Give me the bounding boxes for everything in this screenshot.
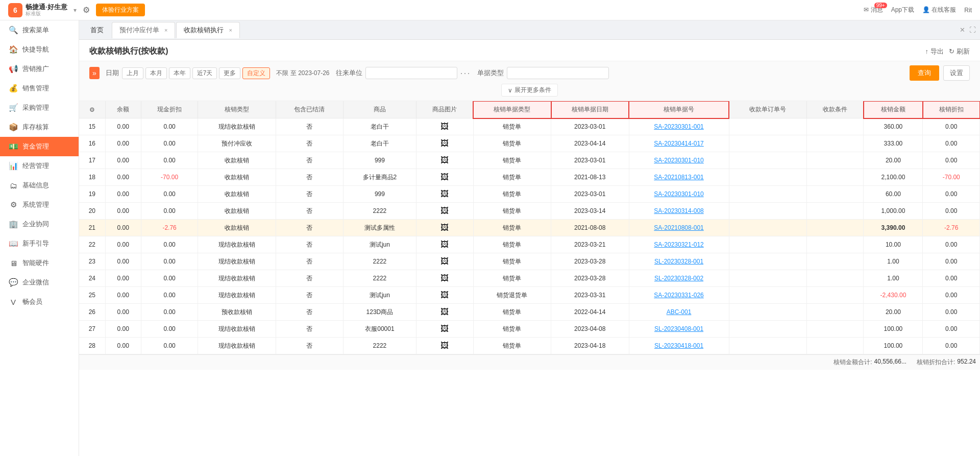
cell-billNo[interactable]: SA-20230414-017 [629, 135, 729, 152]
sidebar-item-purchase[interactable]: 🛒 采购管理 [0, 98, 79, 117]
counterpart-dots[interactable]: ··· [460, 68, 471, 79]
tab-prepay[interactable]: 预付冲应付单 × [112, 22, 175, 38]
expand-left-btn[interactable]: » [89, 67, 100, 79]
date-range-text: 不限 至 2023-07-26 [276, 69, 329, 78]
export-button[interactable]: ↑ 导出 [925, 47, 944, 56]
date-btn-custom[interactable]: 自定义 [242, 67, 270, 79]
cell-verType: 现结收款核销 [198, 236, 276, 253]
top-bar-right: ✉ 消息 99+ App下载 👤 在线客服 Rit [864, 6, 972, 14]
cell-billNo[interactable]: SL-20230418-001 [629, 338, 729, 354]
cell-billNo[interactable]: SA-20210813-001 [629, 169, 729, 186]
cell-billNo[interactable]: SL-20230328-001 [629, 253, 729, 270]
cell-collectOrderNo [729, 304, 807, 321]
sidebar-item-finance[interactable]: 💵 资金管理 [0, 137, 79, 156]
cell-verType: 收款核销 [198, 169, 276, 186]
settings-icon[interactable]: ⚙ [83, 5, 90, 15]
cell-cashDiscount: 0.00 [141, 135, 198, 152]
table-row: 250.000.00现结收款核销否测试jun🖼销货退货单2023-03-31SA… [79, 287, 980, 304]
cell-goodsImg: 🖼 [416, 304, 473, 321]
cell-billType: 销货单 [473, 304, 551, 321]
filter-bar: » 日期 上月 本月 本年 近7天 更多 自定义 [79, 61, 980, 101]
cell-balance: 0.00 [105, 203, 141, 220]
cell-includedCleared: 否 [276, 135, 343, 152]
cell-goodsImg: 🖼 [416, 118, 473, 135]
search-button[interactable]: 查询 [910, 65, 939, 81]
sidebar-item-hardware[interactable]: 🖥 智能硬件 [0, 253, 79, 273]
sidebar-item-enterprise[interactable]: 🏢 企业协同 [0, 214, 79, 234]
cell-billNo[interactable]: SA-20230301-001 [629, 118, 729, 135]
col-header-balance: 余额 [105, 101, 141, 118]
cell-goodsImg: 🖼 [416, 321, 473, 338]
sidebar-item-sales[interactable]: 💰 销售管理 [0, 79, 79, 98]
sidebar-label-inventory: 库存核算 [22, 123, 49, 132]
sidebar-item-system[interactable]: ⚙ 系统管理 [0, 195, 79, 214]
cell-cashDiscount: 0.00 [141, 203, 198, 220]
tab-prepay-close[interactable]: × [164, 27, 167, 33]
cell-billNo[interactable]: SL-20230328-002 [629, 270, 729, 287]
counterpart-input[interactable] [365, 67, 457, 79]
dropdown-arrow-icon[interactable]: ▾ [74, 7, 77, 14]
col-header-collectCondition: 收款条件 [807, 101, 864, 118]
tab-collection[interactable]: 收款核销执行 × [176, 22, 239, 38]
date-btn-more[interactable]: 更多 [219, 67, 240, 79]
cell-verAmount: 333.00 [864, 135, 923, 152]
cell-billDate: 2021-08-08 [551, 220, 629, 236]
cell-includedCleared: 否 [276, 287, 343, 304]
trial-button[interactable]: 体验行业方案 [96, 4, 145, 16]
sidebar-item-quicknav[interactable]: 🏠 快捷导航 [0, 40, 79, 59]
message-area[interactable]: ✉ 消息 99+ [864, 6, 883, 14]
cell-billNo[interactable]: SA-20230321-012 [629, 236, 729, 253]
setting-button[interactable]: 设置 [943, 65, 970, 81]
cell-collectCondition [807, 287, 864, 304]
cell-balance: 0.00 [105, 118, 141, 135]
expand-conditions-button[interactable]: ∨ 展开更多条件 [501, 84, 558, 97]
sidebar-item-guide[interactable]: 📖 新手引导 [0, 234, 79, 253]
billtype-select[interactable] [507, 67, 609, 79]
refresh-button[interactable]: ↻ 刷新 [949, 47, 970, 56]
sidebar-item-basicinfo[interactable]: 🗂 基础信息 [0, 176, 79, 195]
cell-id: 23 [79, 253, 105, 270]
sidebar-label-system: 系统管理 [22, 200, 49, 209]
cell-billNo[interactable]: SL-20230408-001 [629, 321, 729, 338]
cell-balance: 0.00 [105, 152, 141, 169]
date-btn-thisyear[interactable]: 本年 [169, 67, 190, 79]
cell-verAmount: 360.00 [864, 118, 923, 135]
tab-close-all-icon[interactable]: ✕ [960, 26, 965, 34]
sidebar-item-wechat[interactable]: 💬 企业微信 [0, 273, 79, 292]
col-header-billDate: 核销单据日期 [551, 101, 629, 118]
sidebar-item-inventory[interactable]: 📦 库存核算 [0, 117, 79, 137]
cell-goods: 2222 [343, 270, 416, 287]
table-row: 270.000.00现结收款核销否衣服00001🖼销货单2023-04-08SL… [79, 321, 980, 338]
date-btn-lastmonth[interactable]: 上月 [122, 67, 143, 79]
cell-billDate: 2023-04-14 [551, 135, 629, 152]
tab-fullscreen-icon[interactable]: ⛶ [969, 26, 976, 34]
cell-verDiscount: 0.00 [923, 186, 980, 203]
filter-group-counterpart: 往来单位 ··· [336, 67, 471, 79]
cell-billNo[interactable]: SA-20210808-001 [629, 220, 729, 236]
sidebar-item-marketing[interactable]: 📢 营销推广 [0, 59, 79, 79]
cell-verDiscount: 0.00 [923, 338, 980, 354]
cell-billDate: 2023-03-01 [551, 186, 629, 203]
home-icon: 🏠 [8, 45, 18, 54]
sidebar-item-search[interactable]: 🔍 搜索菜单 [0, 20, 79, 40]
date-btn-thismonth[interactable]: 本月 [145, 67, 167, 79]
cell-billNo[interactable]: SA-20230331-026 [629, 287, 729, 304]
cell-billNo[interactable]: SA-20230301-010 [629, 152, 729, 169]
app-download-link[interactable]: App下载 [891, 6, 914, 14]
cell-billNo[interactable]: SA-20230314-008 [629, 203, 729, 220]
cell-verDiscount: 0.00 [923, 236, 980, 253]
cell-goods: 2222 [343, 338, 416, 354]
cell-billNo[interactable]: ABC-001 [629, 304, 729, 321]
cell-billNo[interactable]: SA-20230301-010 [629, 186, 729, 203]
sidebar-item-business[interactable]: 📊 经营管理 [0, 156, 79, 176]
cell-verAmount: 2,100.00 [864, 169, 923, 186]
tab-home[interactable]: 首页 [83, 22, 111, 38]
table-wrapper[interactable]: ⚙ 余额 现金折扣 核销类型 包含已结清 商品 商品图片 核销单据类型 核销单据… [79, 101, 980, 456]
date-btn-7days[interactable]: 近7天 [192, 67, 217, 79]
cell-goods: 123D商品 [343, 304, 416, 321]
col-header-settings[interactable]: ⚙ [79, 101, 105, 118]
sidebar-item-member[interactable]: V 畅会员 [0, 292, 79, 311]
member-icon: V [8, 298, 18, 306]
online-service-link[interactable]: 👤 在线客服 [922, 6, 956, 14]
tab-collection-close[interactable]: × [229, 27, 232, 33]
